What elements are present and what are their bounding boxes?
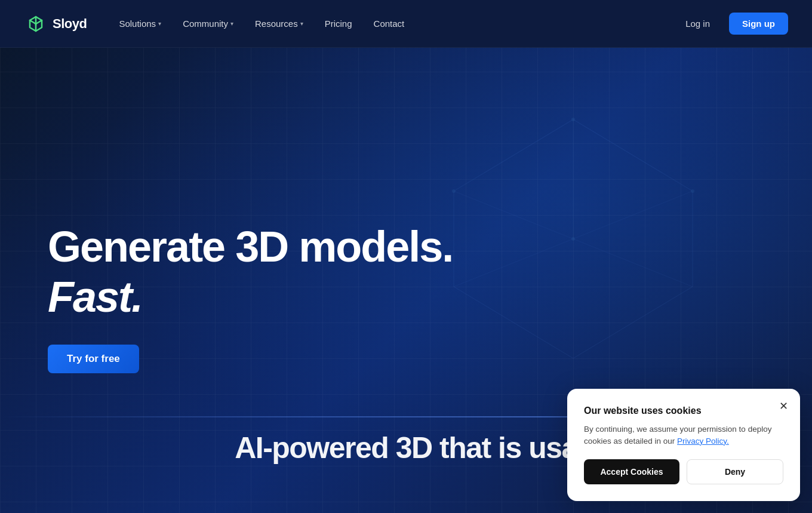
nav-pricing[interactable]: Pricing: [316, 14, 361, 33]
community-chevron-icon: ▾: [230, 20, 233, 27]
signup-button[interactable]: Sign up: [729, 13, 788, 35]
logo-link[interactable]: Sloyd: [24, 12, 87, 36]
hero-title-sub: Fast.: [48, 274, 764, 321]
svg-point-5: [691, 189, 694, 193]
cookie-title: Our website uses cookies: [584, 406, 783, 416]
contact-label: Contact: [374, 19, 405, 29]
cookie-banner: ✕ Our website uses cookies By continuing…: [567, 389, 800, 502]
svg-line-1: [573, 119, 663, 173]
privacy-policy-link[interactable]: Privacy Policy.: [677, 437, 729, 446]
try-free-button[interactable]: Try for free: [48, 345, 139, 373]
sloyd-logo-icon: [24, 12, 48, 36]
solutions-chevron-icon: ▾: [158, 20, 161, 27]
login-button[interactable]: Log in: [676, 14, 719, 33]
deny-cookies-button[interactable]: Deny: [687, 459, 783, 484]
nav-links: Solutions ▾ Community ▾ Resources ▾ Pric…: [110, 14, 676, 33]
nav-resources[interactable]: Resources ▾: [247, 14, 312, 33]
community-label: Community: [183, 19, 228, 29]
svg-point-3: [571, 118, 575, 121]
hero-content: Generate 3D models. Fast. Try for free: [0, 223, 812, 373]
pricing-label: Pricing: [325, 19, 352, 29]
nav-solutions[interactable]: Solutions ▾: [110, 14, 170, 33]
resources-chevron-icon: ▾: [300, 20, 303, 27]
cookie-body-text: By continuing, we assume your permission…: [584, 423, 783, 448]
resources-label: Resources: [255, 19, 298, 29]
nav-actions: Log in Sign up: [676, 13, 788, 35]
solutions-label: Solutions: [119, 19, 156, 29]
nav-community[interactable]: Community ▾: [174, 14, 242, 33]
hero-title-main: Generate 3D models.: [48, 223, 764, 271]
svg-line-0: [484, 119, 573, 173]
accept-cookies-button[interactable]: Accept Cookies: [584, 459, 679, 484]
hero-bottom-text: AI-powered 3D that is usa: [235, 431, 577, 465]
nav-contact[interactable]: Contact: [365, 14, 413, 33]
svg-point-4: [452, 189, 456, 193]
cookie-close-button[interactable]: ✕: [777, 398, 791, 414]
cookie-actions: Accept Cookies Deny: [584, 459, 783, 484]
logo-text: Sloyd: [53, 16, 87, 32]
close-icon: ✕: [779, 400, 788, 412]
navbar: Sloyd Solutions ▾ Community ▾ Resources …: [0, 0, 812, 48]
